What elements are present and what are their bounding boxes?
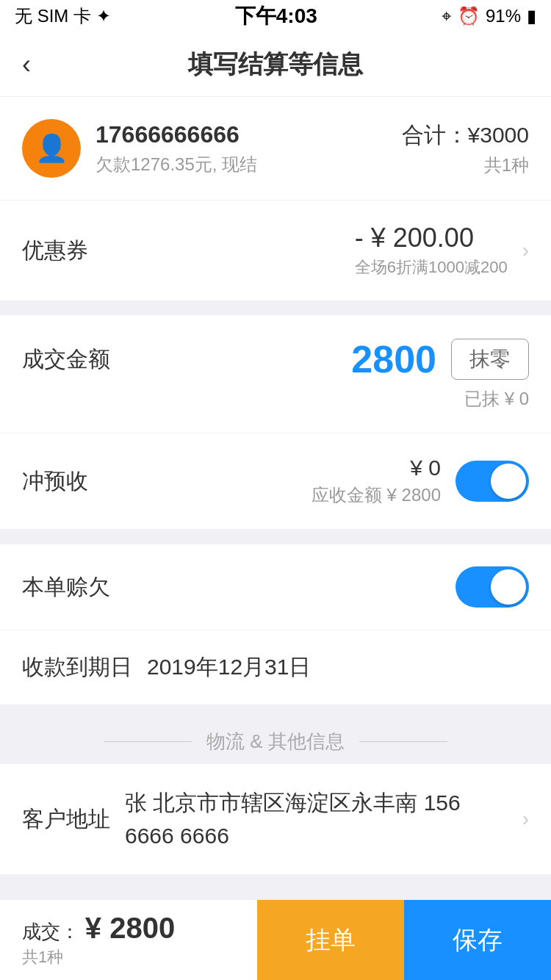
customer-right: 合计：¥3000 共1种 — [402, 120, 529, 177]
coupon-desc: 全场6折满1000减200 — [355, 256, 508, 278]
bottom-deal-label: 成交： — [22, 920, 79, 943]
amount-value: 2800 — [351, 337, 436, 381]
alarm-icon: ⏰ — [458, 6, 480, 26]
toggle-knob — [491, 464, 526, 499]
precollect-row: 冲预收 ¥ 0 应收金额 ¥ 2800 — [22, 455, 529, 507]
back-button[interactable]: ‹ — [22, 49, 31, 80]
customer-phone: 17666666666 — [96, 121, 257, 148]
duedate-row: 收款到期日 2019年12月31日 — [22, 652, 529, 682]
precollect-sub: 应收金额 ¥ 2800 — [311, 483, 441, 507]
duedate-section: 收款到期日 2019年12月31日 — [0, 630, 551, 705]
bottom-deal-row: 成交： ¥ 2800 — [22, 912, 235, 945]
customer-left: 👤 17666666666 欠款1276.35元, 现结 — [22, 119, 257, 178]
logistics-line-left — [104, 741, 192, 742]
coupon-info: - ¥ 200.00 全场6折满1000减200 — [355, 223, 508, 278]
status-bar: 无 SIM 卡 ✦ 下午4:03 ⌖ ⏰ 91% ▮ — [0, 0, 551, 32]
duedate-label: 收款到期日 — [22, 652, 132, 682]
battery-icon: ▮ — [527, 6, 536, 26]
page-title: 填写结算等信息 — [188, 48, 363, 82]
address-label: 客户地址 — [22, 804, 110, 835]
customer-info: 17666666666 欠款1276.35元, 现结 — [96, 121, 257, 176]
status-left: 无 SIM 卡 ✦ — [15, 4, 111, 28]
save-button[interactable]: 保存 — [404, 900, 551, 981]
amount-sub: 已抹 ¥ 0 — [22, 387, 529, 411]
duedate-value: 2019年12月31日 — [147, 652, 311, 682]
bottom-deal-amount: ¥ 2800 — [85, 912, 175, 944]
section-divider-1 — [0, 300, 551, 315]
battery-label: 91% — [486, 6, 521, 26]
bottom-bar: 成交： ¥ 2800 共1种 挂单 保存 — [0, 899, 551, 980]
logistics-text: 物流 & 其他信息 — [206, 729, 345, 754]
bottom-count: 共1种 — [22, 946, 235, 968]
amount-row: 成交金额 2800 抹零 — [22, 337, 529, 381]
total-amount: 合计：¥3000 — [402, 120, 529, 151]
round-button[interactable]: 抹零 — [451, 339, 529, 380]
coupon-chevron-icon: › — [522, 239, 529, 262]
total-count: 共1种 — [402, 154, 529, 177]
location-icon: ⌖ — [442, 6, 452, 26]
precollect-label: 冲预收 — [22, 466, 88, 497]
sim-label: 无 SIM 卡 ✦ — [15, 4, 111, 28]
hold-button[interactable]: 挂单 — [257, 900, 404, 981]
precollect-toggle[interactable] — [455, 461, 529, 502]
nav-bar: ‹ 填写结算等信息 — [0, 32, 551, 97]
amount-right: 2800 抹零 — [351, 337, 529, 381]
amount-label: 成交金额 — [22, 345, 110, 375]
debit-toggle[interactable] — [455, 566, 529, 608]
avatar-icon: 👤 — [35, 133, 68, 164]
status-time: 下午4:03 — [235, 2, 317, 30]
customer-section: 👤 17666666666 欠款1276.35元, 现结 合计：¥3000 共1… — [0, 97, 551, 200]
avatar: 👤 — [22, 119, 81, 178]
precollect-values: ¥ 0 应收金额 ¥ 2800 — [311, 455, 441, 507]
logistics-label: 物流 & 其他信息 — [104, 729, 447, 754]
address-chevron-icon: › — [522, 807, 529, 831]
coupon-section[interactable]: 优惠券 - ¥ 200.00 全场6折满1000减200 › — [0, 201, 551, 300]
amount-section: 成交金额 2800 抹零 已抹 ¥ 0 — [0, 315, 551, 433]
debit-section: 本单赊欠 — [0, 544, 551, 630]
debit-label: 本单赊欠 — [22, 572, 110, 602]
bottom-summary: 成交： ¥ 2800 共1种 — [0, 912, 257, 968]
debit-toggle-knob — [491, 569, 526, 605]
logistics-line-right — [359, 741, 447, 742]
section-divider-2 — [0, 529, 551, 544]
coupon-discount: - ¥ 200.00 — [355, 223, 508, 253]
status-right: ⌖ ⏰ 91% ▮ — [442, 6, 536, 26]
customer-debt: 欠款1276.35元, 现结 — [96, 153, 257, 176]
logistics-divider: 物流 & 其他信息 — [0, 719, 551, 763]
coupon-right: - ¥ 200.00 全场6折满1000减200 › — [355, 223, 529, 278]
coupon-label: 优惠券 — [22, 236, 88, 266]
address-section[interactable]: 客户地址 张 北京市市辖区海淀区永丰南 156 6666 6666 › — [0, 764, 551, 874]
precollect-section: 冲预收 ¥ 0 应收金额 ¥ 2800 — [0, 433, 551, 529]
precollect-right: ¥ 0 应收金额 ¥ 2800 — [311, 455, 529, 507]
precollect-amount: ¥ 0 — [311, 455, 441, 480]
address-value: 张 北京市市辖区海淀区永丰南 156 6666 6666 — [125, 786, 515, 852]
